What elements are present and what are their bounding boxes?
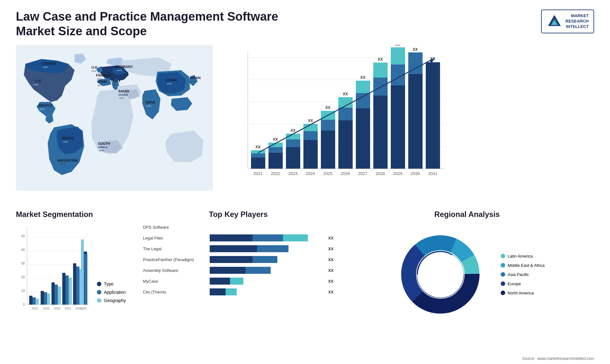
- svg-rect-47: [268, 153, 283, 169]
- svg-rect-48: [268, 147, 283, 153]
- players-title: Top Key Players: [143, 210, 334, 219]
- svg-rect-55: [303, 140, 318, 169]
- svg-text:40: 40: [21, 248, 25, 252]
- svg-text:xx%: xx%: [146, 104, 151, 107]
- player-row-assembly: Assembly Software XX: [143, 267, 334, 274]
- svg-rect-126: [73, 263, 76, 305]
- svg-text:xx%: xx%: [190, 80, 194, 83]
- legend-middle-east: Middle East & Africa: [501, 263, 545, 268]
- player-bar-practicepanther: [210, 256, 322, 263]
- svg-rect-67: [356, 108, 370, 169]
- player-xx-practicepanther: XX: [328, 257, 334, 262]
- svg-rect-79: [408, 74, 423, 169]
- svg-text:JAPAN: JAPAN: [189, 76, 201, 80]
- svg-text:XX: XX: [413, 47, 418, 52]
- svg-text:2022: 2022: [271, 171, 280, 176]
- player-xx-legal-files: XX: [328, 236, 334, 240]
- svg-rect-60: [321, 120, 335, 131]
- svg-text:xx%: xx%: [167, 82, 172, 85]
- player-row-dps: DPS Software: [143, 224, 334, 231]
- europe-label: Europe: [508, 281, 521, 286]
- svg-text:CANADA: CANADA: [41, 62, 57, 65]
- svg-text:U.K.: U.K.: [92, 65, 98, 69]
- svg-text:XX: XX: [290, 128, 295, 133]
- svg-text:2021: 2021: [32, 307, 38, 310]
- player-bar-dps: [210, 224, 334, 231]
- svg-rect-120: [58, 286, 61, 305]
- svg-text:2029: 2029: [393, 171, 403, 176]
- player-bar-mycase: [210, 278, 322, 285]
- svg-rect-82: [426, 62, 440, 169]
- svg-text:0: 0: [23, 303, 25, 306]
- svg-rect-123: [65, 275, 69, 305]
- svg-rect-116: [47, 293, 50, 305]
- middle-east-label: Middle East & Africa: [508, 263, 545, 268]
- svg-rect-52: [286, 139, 300, 147]
- player-bar-the-legal: [210, 245, 322, 252]
- svg-rect-134: [81, 239, 84, 305]
- player-row-practicepanther: PracticePanther (Paradigm) XX: [143, 256, 334, 263]
- europe-dot: [501, 281, 505, 286]
- svg-rect-68: [356, 93, 370, 108]
- asia-pacific-label: Asia Pacific: [508, 272, 529, 277]
- svg-text:AFRICA: AFRICA: [98, 146, 107, 149]
- legend-geography: Geography: [97, 298, 126, 303]
- svg-rect-122: [62, 273, 65, 305]
- svg-text:2026: 2026: [341, 171, 350, 176]
- legend-asia-pacific: Asia Pacific: [501, 272, 545, 277]
- svg-rect-75: [391, 85, 405, 169]
- svg-rect-56: [303, 131, 318, 140]
- svg-rect-112: [36, 299, 39, 305]
- svg-text:2024: 2024: [306, 171, 315, 176]
- svg-text:BRAZIL: BRAZIL: [62, 136, 75, 140]
- svg-text:U.S.: U.S.: [35, 79, 42, 83]
- regional-section: Regional Analysis: [340, 210, 594, 364]
- svg-text:XX: XX: [378, 57, 383, 62]
- main-content: CANADA xx% U.S. xx% MEXICO xx% BRAZIL xx…: [16, 45, 594, 204]
- player-xx-mycase: XX: [328, 279, 334, 284]
- page-title: Law Case and Practice Management Softwar…: [16, 10, 286, 38]
- svg-text:SAUDI: SAUDI: [118, 89, 129, 93]
- bottom-section: Market Segmentation 0 10 20 30 40 50: [16, 210, 594, 364]
- legend-north-america: North America: [501, 291, 545, 295]
- svg-rect-114: [41, 291, 44, 305]
- svg-rect-72: [373, 78, 388, 96]
- svg-rect-119: [55, 285, 58, 305]
- asia-pacific-dot: [501, 272, 505, 277]
- north-america-dot: [501, 291, 505, 295]
- svg-text:50: 50: [21, 234, 25, 238]
- svg-rect-51: [286, 147, 300, 169]
- chart-section: XX XX XX XX XX: [219, 45, 594, 204]
- source-text: Source : www.marketresearchintellect.com: [522, 356, 594, 361]
- svg-text:2025: 2025: [323, 171, 333, 176]
- svg-text:INDIA: INDIA: [146, 100, 155, 104]
- svg-text:GERMANY: GERMANY: [115, 65, 133, 69]
- latin-america-label: Latin America: [508, 254, 533, 259]
- svg-text:xx%: xx%: [117, 69, 122, 72]
- player-xx-assembly: XX: [328, 268, 334, 273]
- svg-text:ARABIA: ARABIA: [118, 93, 128, 96]
- svg-rect-64: [338, 108, 353, 120]
- svg-text:2030: 2030: [411, 171, 420, 176]
- svg-text:2026: 2026: [80, 307, 87, 310]
- svg-text:xx%: xx%: [99, 149, 104, 152]
- svg-text:XX: XX: [360, 75, 365, 80]
- geography-dot: [97, 298, 101, 303]
- svg-rect-77: [391, 47, 405, 64]
- page-container: Law Case and Practice Management Softwar…: [0, 0, 610, 364]
- player-row-legal-files: Legal Files XX: [143, 234, 334, 241]
- svg-text:xx%: xx%: [63, 140, 68, 143]
- player-xx-the-legal: XX: [328, 246, 334, 251]
- svg-rect-71: [373, 96, 388, 169]
- header: Law Case and Practice Management Softwar…: [16, 10, 594, 38]
- svg-rect-63: [338, 120, 353, 169]
- svg-text:xx%: xx%: [92, 70, 96, 72]
- svg-rect-115: [44, 292, 47, 305]
- svg-rect-73: [373, 63, 388, 78]
- legend-type: Type: [97, 281, 126, 286]
- svg-text:XX: XX: [273, 137, 278, 142]
- svg-text:2021: 2021: [254, 171, 263, 176]
- svg-rect-127: [76, 266, 79, 305]
- player-name-assembly: Assembly Software: [143, 268, 207, 273]
- application-dot: [97, 290, 101, 294]
